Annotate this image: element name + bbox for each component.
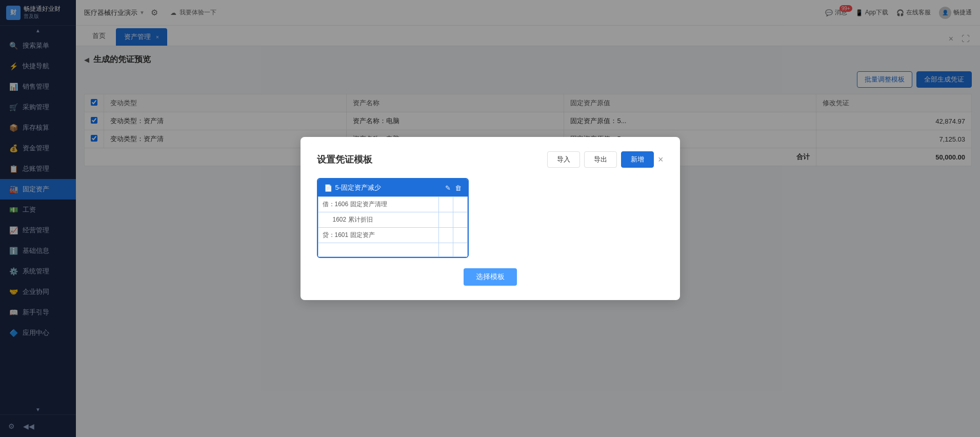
template-id-name: 5-固定资产减少 [335,183,382,192]
credit-label: 贷：1601 固定资产 [318,228,438,243]
template-credit-row: 贷：1601 固定资产 [318,228,467,243]
import-btn[interactable]: 导入 [547,151,580,168]
select-template-btn[interactable]: 选择模板 [464,268,517,286]
debit-label: 借：1606 固定资产清理 [318,197,438,212]
debit-col2 [438,197,453,212]
template-empty-row [318,243,467,257]
template-entries-table: 借：1606 固定资产清理 1602 累计折旧 贷：1601 固定资产 [318,196,468,257]
empty-col3 [453,243,467,257]
debit-col2 [438,212,453,228]
empty-cell [318,243,438,257]
modal-title: 设置凭证模板 [317,153,372,166]
template-card-header: 📄 5-固定资产减少 ✎ 🗑 [318,179,468,196]
voucher-template-modal: 设置凭证模板 导入 导出 新增 × 📄 5-固定资产减少 [301,137,680,300]
export-btn[interactable]: 导出 [584,151,617,168]
modal-actions: 导入 导出 新增 [547,151,654,168]
template-debit-row-1: 借：1606 固定资产清理 [318,197,467,212]
template-doc-icon: 📄 [324,184,332,192]
template-debit-row-2: 1602 累计折旧 [318,212,467,228]
new-template-btn[interactable]: 新增 [621,151,654,168]
empty-col2 [438,243,453,257]
credit-col3 [453,228,467,243]
credit-col2 [438,228,453,243]
template-card-title-area: 📄 5-固定资产减少 [324,183,382,192]
debit-col3 [453,212,467,228]
modal-header: 设置凭证模板 导入 导出 新增 × [317,151,664,168]
template-delete-btn[interactable]: 🗑 [455,184,462,192]
template-card: 📄 5-固定资产减少 ✎ 🗑 借：1606 固定资产清理 [317,178,469,258]
modal-close-btn[interactable]: × [658,155,664,164]
debit-account-2: 1602 累计折旧 [318,212,438,228]
debit-col3 [453,197,467,212]
template-card-actions: ✎ 🗑 [445,184,462,192]
template-edit-btn[interactable]: ✎ [445,184,451,192]
modal-overlay[interactable]: 设置凭证模板 导入 导出 新增 × 📄 5-固定资产减少 [0,0,980,437]
